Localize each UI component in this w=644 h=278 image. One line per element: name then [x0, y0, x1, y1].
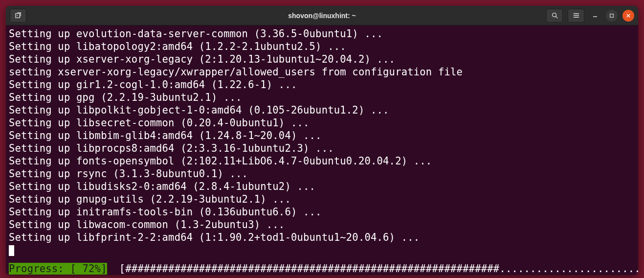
terminal-line: setting xserver-xorg-legacy/xwrapper/all… [9, 66, 463, 78]
window-title: shovon@linuxhint: ~ [288, 12, 355, 20]
new-tab-icon [15, 12, 22, 19]
terminal-line: Setting up gpg (2.2.19-3ubuntu2.1) ... [9, 92, 242, 103]
terminal-line: Setting up xserver-xorg-legacy (2:1.20.1… [9, 53, 395, 65]
minimize-button[interactable] [589, 10, 601, 22]
new-tab-button[interactable] [10, 9, 26, 23]
terminal-line: Setting up libfprint-2-2:amd64 (1:1.90.2… [9, 232, 420, 243]
terminal-line: Setting up rsync (3.1.3-8ubuntu0.1) ... [9, 168, 248, 180]
terminal-line: Setting up libpolkit-gobject-1-0:amd64 (… [9, 104, 389, 116]
minimize-icon [592, 13, 598, 19]
terminal-line: Setting up libmbim-glib4:amd64 (1.24.8-1… [9, 130, 322, 141]
progress-bar: [#######################################… [107, 263, 638, 275]
maximize-button[interactable] [606, 10, 618, 22]
terminal-line: Setting up libprocps8:amd64 (2:3.3.16-1u… [9, 142, 334, 154]
progress-line: Progress: [ 72%] [######################… [6, 262, 638, 275]
terminal-cursor [9, 245, 14, 256]
titlebar-left-group [10, 9, 26, 23]
terminal-line: Setting up fonts-opensymbol (2:102.11+Li… [9, 155, 432, 167]
terminal-line: Setting up libatopology2:amd64 (1.2.2-2.… [9, 41, 346, 52]
svg-rect-7 [610, 14, 614, 17]
terminal-line: Setting up evolution-data-server-common … [9, 28, 383, 40]
search-icon [551, 12, 558, 19]
menu-button[interactable] [568, 9, 584, 23]
svg-point-1 [552, 13, 556, 17]
maximize-icon [609, 13, 614, 18]
terminal-window: shovon@linuxhint: ~ [6, 6, 638, 275]
terminal-line: Setting up libwacom-common (1.3-2ubuntu3… [9, 219, 285, 231]
svg-line-2 [555, 17, 557, 19]
close-button[interactable] [622, 10, 634, 22]
terminal-line: Setting up gir1.2-cogl-1.0:amd64 (1.22.6… [9, 79, 297, 91]
titlebar: shovon@linuxhint: ~ [6, 6, 638, 25]
terminal-output[interactable]: Setting up evolution-data-server-common … [6, 25, 638, 262]
close-icon [626, 13, 631, 18]
terminal-line: Setting up libudisks2-0:amd64 (2.8.4-1ub… [9, 181, 315, 192]
titlebar-right-group [546, 9, 634, 23]
terminal-line: Setting up gnupg-utils (2.2.19-3ubuntu2.… [9, 193, 291, 205]
terminal-line: Setting up initramfs-tools-bin (0.136ubu… [9, 206, 322, 218]
terminal-line: Setting up libsecret-common (0.20.4-0ubu… [9, 117, 310, 129]
hamburger-icon [573, 12, 580, 19]
search-button[interactable] [546, 9, 563, 23]
progress-label: Progress: [ 72%] [9, 263, 107, 275]
